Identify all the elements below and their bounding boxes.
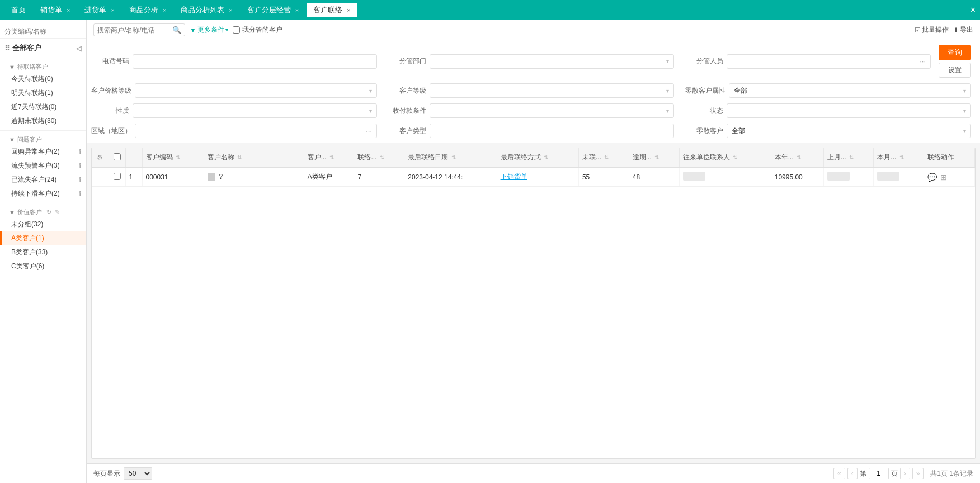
filter-panel: 电话号码 分管部门 ▾ 分管人员 ··· <box>87 40 980 143</box>
col-code[interactable]: 客户编码 ⇅ <box>142 148 204 167</box>
pagination-nav: « ‹ 第 页 › » 共1页 1条记录 <box>833 468 973 479</box>
retail-customer-arrow: ▾ <box>963 128 966 134</box>
query-btn[interactable]: 查询 <box>939 45 971 60</box>
sidebar-item-ungrouped[interactable]: 未分组(32) <box>0 217 86 231</box>
area-dots[interactable]: ··· <box>366 127 372 135</box>
chat-action-btn[interactable]: 💬 <box>927 173 937 182</box>
payment-select[interactable]: ▾ <box>430 103 674 118</box>
sidebar-search-input[interactable] <box>4 27 87 35</box>
filter-status: 状态 ▾ <box>685 103 971 118</box>
nav-contact-close[interactable]: × <box>347 7 350 13</box>
col-gear: ⚙ <box>92 148 109 167</box>
nav-product-list-close[interactable]: × <box>229 7 232 13</box>
nav-product-analysis-list[interactable]: 商品分析列表 × <box>174 3 239 17</box>
nav-sales[interactable]: 销货单 × <box>34 3 77 17</box>
sidebar-item-7day-contact[interactable]: 近7天待联络(0) <box>0 100 86 114</box>
price-level-select[interactable]: ▾ <box>135 83 377 98</box>
row-last-month <box>823 167 874 187</box>
col-last-method[interactable]: 最后联络方式 ⇅ <box>497 148 578 167</box>
group-pending-contact[interactable]: ▼ 待联络客户 <box>0 60 86 72</box>
chevron-down-icon: ▾ <box>225 27 228 33</box>
my-customers-checkbox[interactable] <box>233 26 240 34</box>
refresh-icon[interactable]: ↻ <box>46 209 51 216</box>
main-search-input[interactable] <box>97 26 170 34</box>
filter-retail-customer: 零散客户 全部 ▾ <box>685 124 971 138</box>
export-btn[interactable]: ⬆ 导出 <box>953 25 973 35</box>
nav-segment-close[interactable]: × <box>295 7 299 13</box>
col-name[interactable]: 客户名称 ⇅ <box>204 148 304 167</box>
col-contact[interactable]: 联络... ⇅ <box>354 148 404 167</box>
first-page-btn[interactable]: « <box>833 468 845 479</box>
filter-icon: ▼ <box>190 26 196 34</box>
grid-action-btn[interactable]: ⊞ <box>940 173 947 182</box>
last-page-btn[interactable]: » <box>912 468 924 479</box>
group-value-customers[interactable]: ▼ 价值客户 ↻ ✎ <box>0 206 86 217</box>
row-contact: 7 <box>354 167 404 187</box>
retail-attr-select[interactable]: 全部 ▾ <box>729 83 971 98</box>
col-this-month[interactable]: 本月... ⇅ <box>874 148 924 167</box>
last-method-link[interactable]: 下销货单 <box>501 173 527 181</box>
col-last-month[interactable]: 上月... ⇅ <box>823 148 874 167</box>
customer-type-select[interactable] <box>430 124 674 138</box>
select-all-checkbox[interactable] <box>114 153 121 160</box>
main-search-icon[interactable]: 🔍 <box>172 26 181 34</box>
nav-purchase[interactable]: 进货单 × <box>78 3 121 17</box>
next-page-btn[interactable]: › <box>900 468 910 479</box>
col-last-date[interactable]: 最后联络日期 ⇅ <box>404 148 497 167</box>
col-this-year[interactable]: 本年... ⇅ <box>771 148 823 167</box>
phone-input[interactable] <box>133 54 377 69</box>
sidebar-collapse-btn[interactable]: ◁ <box>76 44 82 53</box>
col-level[interactable]: 客户... ⇅ <box>304 148 354 167</box>
nav-sales-close[interactable]: × <box>67 7 70 13</box>
nav-customer-contact[interactable]: 客户联络 × <box>307 3 357 17</box>
info-icon-2: ℹ <box>79 162 82 170</box>
nav-purchase-close[interactable]: × <box>111 7 114 13</box>
sidebar-item-churned[interactable]: 已流失客户(24) ℹ <box>0 173 86 187</box>
col-no-contact[interactable]: 未联... ⇅ <box>578 148 629 167</box>
status-select[interactable]: ▾ <box>727 103 971 118</box>
col-checkbox <box>109 148 125 167</box>
area-select[interactable]: ··· <box>135 124 377 138</box>
sidebar-item-b-class[interactable]: B类客户(33) <box>0 245 86 259</box>
page-label: 第 <box>860 469 866 479</box>
nav-product-analysis-close[interactable]: × <box>163 7 166 13</box>
sort-year-icon: ⇅ <box>797 154 801 160</box>
my-customers-checkbox-label[interactable]: 我分管的客户 <box>233 25 282 35</box>
dept-select[interactable]: ▾ <box>430 54 674 69</box>
filter-grid-inner: 电话号码 分管部门 ▾ 分管人员 ··· <box>91 45 971 138</box>
prev-page-btn[interactable]: ‹ <box>847 468 858 479</box>
setup-btn[interactable]: 设置 <box>939 63 971 78</box>
page-input[interactable] <box>869 468 889 479</box>
customer-level-select[interactable]: ▾ <box>430 83 674 98</box>
nav-customer-segment[interactable]: 客户分层经营 × <box>241 3 305 17</box>
divider-2 <box>0 130 86 131</box>
per-page-select[interactable]: 50 100 200 <box>124 467 152 480</box>
all-customers-header[interactable]: ⠿ 全部客户 ◁ <box>0 41 86 55</box>
more-conditions-btn[interactable]: ▼ 更多条件 ▾ <box>190 25 228 35</box>
row-checkbox[interactable] <box>114 173 121 180</box>
retail-customer-select[interactable]: 全部 ▾ <box>727 124 971 138</box>
sidebar-item-tomorrow-contact[interactable]: 明天待联络(1) <box>0 86 86 100</box>
unit-contact-placeholder <box>683 172 705 181</box>
global-close-btn[interactable]: × <box>970 5 976 15</box>
person-select[interactable]: ··· <box>727 54 931 69</box>
filter-phone: 电话号码 <box>91 54 377 69</box>
batch-ops-btn[interactable]: ☑ 批量操作 <box>915 25 949 35</box>
sidebar-item-today-contact[interactable]: 今天待联络(0) <box>0 72 86 86</box>
sidebar-item-overdue-contact[interactable]: 逾期未联络(30) <box>0 114 86 128</box>
col-unit-contact[interactable]: 往来单位联系人 ⇅ <box>679 148 771 167</box>
nature-select[interactable]: ▾ <box>133 103 377 118</box>
sidebar-item-repurchase-abnormal[interactable]: 回购异常客户(2) ℹ <box>0 145 86 159</box>
group-problem-customers[interactable]: ▼ 问题客户 <box>0 133 86 145</box>
edit-icon[interactable]: ✎ <box>55 209 60 216</box>
col-overdue[interactable]: 逾期... ⇅ <box>629 148 679 167</box>
person-dots[interactable]: ··· <box>920 57 926 65</box>
nav-product-analysis[interactable]: 商品分析 × <box>123 3 173 17</box>
sidebar-item-declining[interactable]: 持续下滑客户(2) ℹ <box>0 187 86 201</box>
nav-home[interactable]: 首页 <box>4 3 32 17</box>
table-row: 1 000031 ? A类客户 7 2023-04-12 14:44: 下销货单… <box>92 167 975 187</box>
sidebar-item-a-class[interactable]: A类客户(1) <box>0 231 86 245</box>
sidebar-item-c-class[interactable]: C类客户(6) <box>0 259 86 273</box>
gear-icon[interactable]: ⚙ <box>97 154 103 162</box>
sidebar-item-churn-warning[interactable]: 流失预警客户(3) ℹ <box>0 159 86 173</box>
